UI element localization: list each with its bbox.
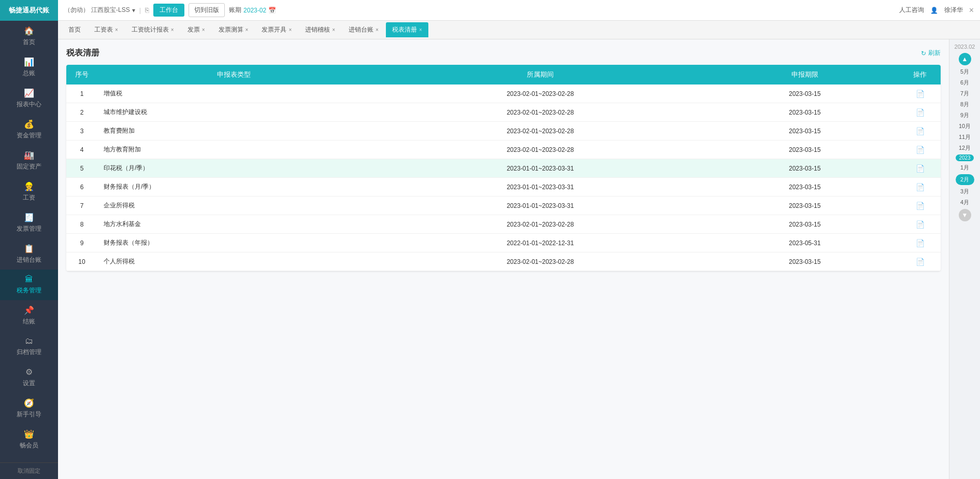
sidebar-item-9[interactable]: 📌 结账 — [0, 300, 58, 331]
row-action[interactable]: 📄 — [899, 122, 941, 140]
row-action[interactable]: 📄 — [899, 159, 941, 178]
timeline-month-10月[interactable]: 10月 — [957, 121, 973, 132]
tab-close-1[interactable]: × — [115, 27, 118, 33]
timeline-down-nav[interactable]: ▼ — [959, 209, 971, 221]
row-deadline: 2023-03-15 — [710, 215, 899, 234]
timeline-month-3月[interactable]: 3月 — [956, 186, 974, 197]
action-icon[interactable]: 📄 — [916, 239, 925, 247]
sidebar-item-11[interactable]: ⚙ 设置 — [0, 362, 58, 393]
tab-close-5[interactable]: × — [289, 27, 292, 33]
period-value[interactable]: 2023-02 — [243, 7, 266, 14]
action-icon[interactable]: 📄 — [916, 202, 925, 210]
timeline-month-6月[interactable]: 6月 — [957, 77, 973, 88]
row-action[interactable]: 📄 — [899, 178, 941, 196]
timeline-month-11月[interactable]: 11月 — [957, 132, 973, 143]
action-icon[interactable]: 📄 — [916, 183, 925, 191]
sidebar-label-7: 进销台账 — [17, 256, 41, 264]
action-icon[interactable]: 📄 — [916, 108, 925, 117]
timeline-month-12月[interactable]: 12月 — [957, 143, 973, 153]
sidebar-item-6[interactable]: 🧾 发票管理 — [0, 207, 58, 238]
row-action[interactable]: 📄 — [899, 252, 941, 271]
topbar-right: 人工咨询 👤 徐泽华 × — [899, 6, 974, 15]
timeline-month-8月[interactable]: 8月 — [957, 99, 973, 110]
action-icon[interactable]: 📄 — [916, 258, 925, 266]
unpin-button[interactable]: 取消固定 — [0, 462, 58, 479]
sidebar-label-5: 工资 — [23, 193, 35, 202]
tab-工资表[interactable]: 工资表× — [88, 22, 124, 37]
tab-进销台账[interactable]: 进销台账× — [342, 22, 385, 37]
row-type: 地方水利基金 — [97, 215, 370, 234]
row-deadline: 2023-03-15 — [710, 122, 899, 140]
col-header-3: 申报期限 — [710, 65, 899, 84]
user-avatar[interactable]: 👤 — [930, 7, 938, 14]
row-action[interactable]: 📄 — [899, 234, 941, 252]
row-action[interactable]: 📄 — [899, 84, 941, 103]
col-header-2: 所属期间 — [370, 65, 711, 84]
row-action[interactable]: 📄 — [899, 215, 941, 234]
timeline-month-1月[interactable]: 1月 — [956, 162, 974, 173]
refresh-button[interactable]: ↻ 刷新 — [921, 49, 941, 58]
action-icon[interactable]: 📄 — [916, 220, 925, 229]
tab-close-4[interactable]: × — [246, 27, 249, 33]
tab-close-8[interactable]: × — [419, 27, 422, 33]
tab-发票开具[interactable]: 发票开具× — [255, 22, 298, 37]
tab-工资统计报表[interactable]: 工资统计报表× — [125, 22, 180, 37]
row-id: 4 — [66, 140, 97, 159]
tab-close-2[interactable]: × — [171, 27, 174, 33]
row-action[interactable]: 📄 — [899, 196, 941, 215]
tab-税表清册[interactable]: 税表清册× — [386, 22, 428, 37]
row-period: 2023-02-01~2023-02-28 — [370, 215, 711, 234]
tab-发票测算[interactable]: 发票测算× — [212, 22, 255, 37]
sidebar-item-1[interactable]: 📊 总账 — [0, 52, 58, 83]
row-action[interactable]: 📄 — [899, 140, 941, 159]
sidebar-item-12[interactable]: 🧭 新手引导 — [0, 393, 58, 424]
timeline-up-nav[interactable]: ▲ — [959, 53, 971, 65]
action-icon[interactable]: 📄 — [916, 90, 925, 98]
sidebar-icon-11: ⚙ — [25, 367, 33, 377]
tab-close-7[interactable]: × — [376, 27, 379, 33]
row-period: 2023-02-01~2023-02-28 — [370, 84, 711, 103]
sidebar-icon-8: 🏛 — [25, 275, 33, 284]
row-id: 3 — [66, 122, 97, 140]
page-title: 税表清册 — [66, 48, 99, 59]
ai-consult-button[interactable]: 人工咨询 — [899, 6, 924, 15]
copy-icon[interactable]: ⎘ — [145, 6, 149, 14]
close-icon[interactable]: × — [969, 6, 974, 15]
sidebar-item-8[interactable]: 🏛 税务管理 — [0, 270, 58, 300]
tab-发票[interactable]: 发票× — [181, 22, 211, 37]
calendar-icon[interactable]: 📅 — [268, 7, 276, 14]
row-deadline: 2023-05-31 — [710, 234, 899, 252]
sidebar-item-0[interactable]: 🏠 首页 — [0, 21, 58, 52]
timeline-month-5月[interactable]: 5月 — [957, 66, 973, 77]
workspace-button[interactable]: 工作台 — [153, 4, 184, 17]
timeline-month-7月[interactable]: 7月 — [957, 88, 973, 99]
sidebar-item-2[interactable]: 📈 报表中心 — [0, 83, 58, 114]
sidebar-item-7[interactable]: 📋 进销台账 — [0, 238, 58, 270]
sidebar-item-13[interactable]: 👑 畅会员 — [0, 424, 58, 455]
tab-close-3[interactable]: × — [202, 27, 205, 33]
timeline-month-4月[interactable]: 4月 — [956, 197, 974, 208]
switch-version-button[interactable]: 切到旧版 — [189, 3, 225, 17]
sidebar-item-5[interactable]: 👷 工资 — [0, 176, 58, 207]
sidebar-icon-7: 📋 — [24, 244, 34, 253]
company-selector[interactable]: （勿动） 江西股宝-LSS ▾ — [64, 6, 135, 15]
sidebar-item-3[interactable]: 💰 资金管理 — [0, 114, 58, 145]
action-icon[interactable]: 📄 — [916, 127, 925, 135]
sidebar-item-4[interactable]: 🏭 固定资产 — [0, 145, 58, 176]
tab-进销稽核[interactable]: 进销稽核× — [299, 22, 341, 37]
row-type: 教育费附加 — [97, 122, 370, 140]
period-label: 账期 — [229, 6, 241, 15]
sidebar-icon-10: 🗂 — [25, 336, 33, 346]
tab-首页[interactable]: 首页 — [62, 22, 87, 37]
tab-close-6[interactable]: × — [332, 27, 335, 33]
timeline-prev-months: 5月6月7月8月9月10月11月12月 — [957, 66, 973, 153]
row-deadline: 2023-03-15 — [710, 159, 899, 178]
timeline-month-2月[interactable]: 2月 — [956, 174, 974, 185]
action-icon[interactable]: 📄 — [916, 146, 925, 154]
row-action[interactable]: 📄 — [899, 103, 941, 122]
col-header-1: 申报表类型 — [97, 65, 370, 84]
timeline-month-9月[interactable]: 9月 — [957, 110, 973, 121]
action-icon[interactable]: 📄 — [916, 164, 925, 173]
table-row: 2 城市维护建设税 2023-02-01~2023-02-28 2023-03-… — [66, 103, 941, 122]
sidebar-item-10[interactable]: 🗂 归档管理 — [0, 331, 58, 362]
